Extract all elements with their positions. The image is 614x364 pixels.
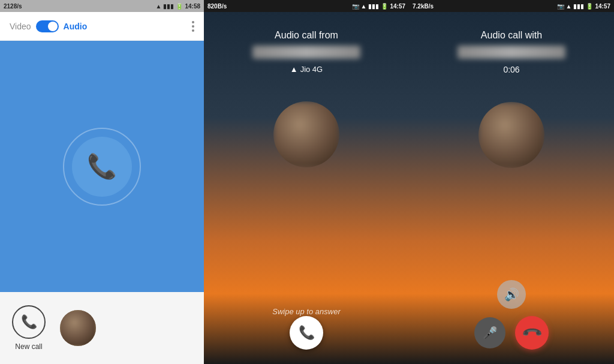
phone-circle-inner[interactable]: 📞: [72, 137, 132, 197]
right-caller-name-blurred: [458, 46, 565, 59]
new-call-label: New call: [15, 342, 42, 351]
left-panel: Video Audio 📞 📞 New call: [0, 12, 204, 364]
mid-network-label: Jio 4G: [300, 65, 323, 74]
status-left-icons: ▲ ▮▮▮ 🔋 14:58: [156, 3, 200, 10]
answer-phone-icon: 📞: [299, 325, 315, 341]
audio-video-toggle[interactable]: [36, 20, 59, 32]
end-call-icon: 📞: [520, 321, 543, 344]
right-call-title: Audio call with: [481, 30, 542, 41]
audio-label: Audio: [64, 22, 88, 31]
status-right: 7.2kB/s 📷 ▲ ▮▮▮ 🔋 14:57: [409, 0, 614, 12]
speaker-icon: 🔊: [504, 287, 519, 302]
mid-call-title: Audio call from: [275, 30, 338, 41]
camera-icon-mid: 📷: [352, 3, 359, 10]
battery-icon-right: 🔋: [586, 3, 593, 10]
contact-avatar[interactable]: [60, 310, 96, 346]
status-left-data: 2128/s: [4, 3, 22, 10]
new-call-phone-icon: 📞: [21, 314, 37, 330]
mute-button[interactable]: 🎤: [474, 317, 505, 348]
signal-icon-left: ▲: [156, 3, 162, 10]
right-panel: Audio call with 0:06 🔊 🎤 📞: [409, 12, 614, 364]
phone-circle-outer: 📞: [63, 128, 141, 206]
call-duration: 0:06: [503, 65, 519, 74]
dial-phone-icon: 📞: [87, 152, 117, 181]
swipe-to-answer-text: Swipe up to answer: [272, 307, 340, 316]
top-bar: Video Audio: [0, 12, 204, 41]
wifi-icon-right: ▮▮▮: [573, 3, 584, 10]
mid-caller-avatar: [273, 101, 339, 167]
status-bar: 2128/s ▲ ▮▮▮ 🔋 14:58 820B/s 📷 ▲ ▮▮▮ 🔋 14…: [0, 0, 614, 12]
contact-avatar-image: [60, 310, 96, 346]
video-label: Video: [10, 22, 31, 31]
battery-icon-left: 🔋: [176, 3, 183, 10]
answer-button[interactable]: 📞: [290, 316, 323, 350]
toggle-group: Video Audio: [10, 20, 87, 32]
battery-icon-mid: 🔋: [381, 3, 388, 10]
time-left: 14:58: [185, 3, 200, 10]
status-right-icons: 📷 ▲ ▮▮▮ 🔋 14:57: [557, 3, 610, 10]
status-mid-data: 820B/s: [207, 3, 227, 10]
mid-network-info: ▲ Jio 4G: [290, 65, 323, 74]
end-call-button[interactable]: 📞: [515, 316, 549, 350]
call-controls: 🔊 🎤 📞: [474, 280, 549, 350]
status-mid: 820B/s 📷 ▲ ▮▮▮ 🔋 14:57: [204, 0, 409, 12]
mid-caller-avatar-image: [273, 101, 339, 167]
phone-dial-area: 📞: [0, 41, 204, 292]
new-call-circle: 📞: [12, 305, 46, 339]
bottom-section: 📞 New call: [0, 292, 204, 364]
signal-indicator: ▲: [290, 65, 298, 74]
dot-3: [192, 29, 194, 32]
time-mid: 14:57: [390, 3, 405, 10]
status-mid-icons: 📷 ▲ ▮▮▮ 🔋 14:57: [352, 3, 405, 10]
status-left: 2128/s ▲ ▮▮▮ 🔋 14:58: [0, 0, 204, 12]
signal-icon-right: ▲: [566, 3, 572, 10]
main-content: Video Audio 📞 📞 New call: [0, 12, 614, 364]
mute-icon: 🎤: [483, 326, 498, 340]
new-call-button[interactable]: 📞 New call: [12, 305, 46, 351]
right-caller-avatar: [478, 102, 544, 168]
time-right: 14:57: [595, 3, 610, 10]
dot-2: [192, 25, 194, 28]
answer-button-container: 📞: [290, 316, 323, 350]
right-caller-avatar-image: [478, 102, 544, 168]
status-right-data: 7.2kB/s: [413, 3, 434, 10]
mid-panel: Audio call from ▲ Jio 4G Swipe up to ans…: [204, 12, 409, 364]
bottom-call-buttons: 🎤 📞: [474, 316, 549, 350]
speaker-button[interactable]: 🔊: [497, 280, 526, 309]
dot-1: [192, 21, 194, 23]
menu-button[interactable]: [192, 21, 194, 32]
signal-icon-mid: ▲: [361, 3, 367, 10]
wifi-icon-mid: ▮▮▮: [368, 3, 379, 10]
wifi-icon-left: ▮▮▮: [163, 3, 174, 10]
camera-icon-right: 📷: [557, 3, 564, 10]
mid-caller-name-blurred: [252, 46, 360, 59]
